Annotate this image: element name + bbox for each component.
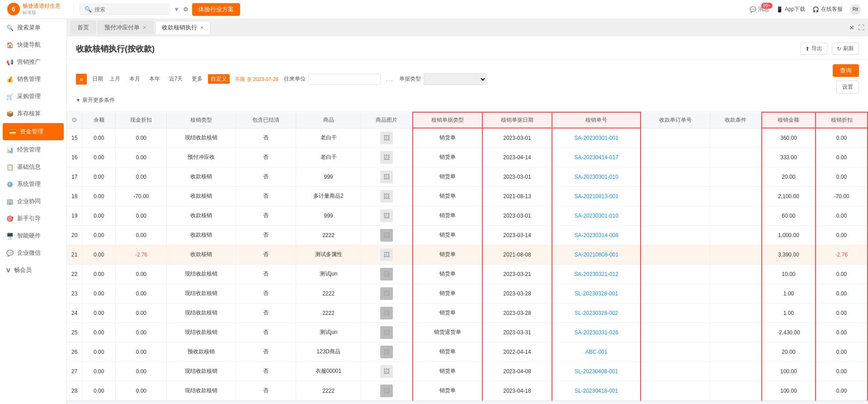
sidebar-item-enterprise[interactable]: 🏢 企业协同 [0,193,66,210]
cell-order-no [641,323,710,342]
date-btn-more[interactable]: 更多 [188,74,206,84]
th-writeoff-type: 核销类型 [167,112,236,128]
cell-row-id: 21 [67,245,82,264]
doc-no-link[interactable]: SA-20230301-010 [574,213,618,219]
cell-settled: 否 [236,284,296,303]
product-image-placeholder: 🖼 [380,132,393,144]
message-button[interactable]: 💬 消息 99+ [750,5,769,13]
doc-no-link[interactable]: SA-20210813-001 [574,193,618,200]
cell-doc-date: 2021-08-08 [482,245,552,264]
tab-receipt[interactable]: 收款核销执行 ✕ [155,21,211,34]
doc-no-link[interactable]: SA-20230314-008 [574,232,618,238]
sidebar-item-hardware[interactable]: 🖥️ 智能硬件 [0,227,66,244]
cell-cash-discount: -2.76 [116,245,167,264]
cell-discount: 0.00 [816,303,868,323]
doc-no-link[interactable]: SA-20230301-010 [574,174,618,180]
industry-button[interactable]: 体验行业方案 [192,3,240,16]
sidebar-item-guide[interactable]: 🎯 新手引导 [0,210,66,227]
tab-home[interactable]: 首页 [71,21,96,34]
date-btn-this-month[interactable]: 本月 [126,74,144,84]
sidebar-item-purchase[interactable]: 🛒 采购管理 [0,88,66,105]
sidebar-item-inventory[interactable]: 📦 库存核算 [0,105,66,122]
table-row: 17 0.00 0.00 收款核销 否 999 🖼 销货单 2023-03-01… [67,167,868,186]
doc-no-link[interactable]: SA-20230414-017 [574,154,618,161]
search-input[interactable] [94,6,158,13]
gear-icon[interactable]: ⚙ [183,6,189,13]
sidebar-item-sales[interactable]: 💰 销售管理 [0,71,66,88]
tab-close-button[interactable]: ✕ [849,24,854,31]
filter-date: 日期 上月 本月 本年 近7天 更多 自定义 [92,74,230,84]
cell-balance: 0.00 [82,128,116,147]
avatar[interactable]: Rit [850,4,861,15]
setting-button[interactable]: 设置 [836,81,859,94]
doc-no-link[interactable]: SL-20230408-001 [575,368,618,375]
cell-doc-type: 销货单 [413,206,482,225]
sidebar-item-label: 智能硬件 [17,232,41,240]
doc-no-link[interactable]: SA-20230321-012 [574,271,618,277]
sidebar-item-basic[interactable]: 📋 基础信息 [0,158,66,176]
doc-no-link[interactable]: SA-20230331-026 [574,329,618,336]
th-receipt-condition: 收款条件 [710,112,762,128]
expand-arrow-icon: ▼ [76,98,80,103]
cell-product-img: 🖼 [361,323,412,342]
date-btn-this-year[interactable]: 本年 [146,74,164,84]
tab-prepay[interactable]: 预付冲应付单 ✕ [98,21,153,34]
doc-no-link[interactable]: SA-20230301-001 [574,135,618,141]
cell-doc-no: SA-20210808-001 [552,245,641,264]
customer-service-button[interactable]: 🎧 在线客服 [812,5,843,13]
sidebar-item-search[interactable]: 🔍 搜索菜单 [0,19,66,36]
dropdown-arrow-icon[interactable]: ▼ [174,6,179,13]
column-settings-icon[interactable]: ⚙ [71,116,77,124]
sidebar-item-funds[interactable]: 💳 资金管理 [3,123,64,140]
product-image-placeholder: 🖼 [380,151,393,164]
doc-type-select[interactable] [424,73,487,85]
date-btn-7days[interactable]: 近7天 [165,74,187,84]
doc-no-link[interactable]: SL-20230418-001 [575,388,618,394]
cell-amount: 2,100.00 [762,186,816,206]
date-buttons: 上月 本月 本年 近7天 更多 自定义 [106,74,230,84]
tab-receipt-label: 收款核销执行 [162,24,197,32]
cell-product-img: 🖼 [361,342,412,361]
cell-product: 2222 [296,303,361,323]
query-button[interactable]: 查询 [833,64,859,77]
operations-icon: 📊 [6,147,14,153]
cell-cash-discount: -70.00 [116,186,167,206]
table-header-row: ⚙ 余额 现金折扣 核销类型 包含已结清 商品 商品图片 核销单据类型 核销单据… [67,112,868,128]
tab-prepay-close[interactable]: ✕ [142,25,146,31]
filter-collapse-btn[interactable]: » [76,74,87,85]
doc-no-link[interactable]: SL-20230328-001 [575,290,618,297]
cell-writeoff-type: 预付冲应收 [167,147,236,167]
export-button[interactable]: ⬆ 导出 [800,43,827,55]
cell-doc-date: 2023-03-21 [482,264,552,284]
date-btn-custom[interactable]: 自定义 [208,74,230,84]
search-box[interactable]: 🔍 [80,4,170,15]
tab-fullscreen-button[interactable]: ⛶ [858,24,864,31]
cell-order-no [641,381,710,400]
sidebar-item-marketing[interactable]: 📢 营销推广 [0,53,66,71]
cell-writeoff-type: 收款核销 [167,225,236,245]
doc-no-link[interactable]: SL-20230328-002 [575,310,618,316]
sidebar-item-system[interactable]: ⚙️ 系统管理 [0,176,66,193]
doc-no-link[interactable]: SA-20210808-001 [574,252,618,258]
sidebar-item-wechat[interactable]: 💬 企业微信 [0,244,66,261]
partner-input[interactable] [308,74,381,85]
th-settings[interactable]: ⚙ [67,112,82,128]
th-cash-discount: 现金折扣 [116,112,167,128]
date-btn-last-month[interactable]: 上月 [106,74,124,84]
cell-doc-date: 2021-08-13 [482,186,552,206]
sidebar-item-member[interactable]: V 畅会员 [0,261,66,279]
cell-settled: 否 [236,206,296,225]
refresh-button[interactable]: ↻ 刷新 [832,43,859,55]
cell-doc-no: ABC-001 [552,342,641,361]
sidebar-item-operations[interactable]: 📊 经营管理 [0,141,66,158]
app-download-button[interactable]: 📱 App下载 [776,5,805,13]
cell-condition [710,361,762,381]
filter-expand-btn[interactable]: ▼ 展开更多条件 [76,94,859,107]
cell-amount: 10.00 [762,264,816,284]
cell-condition [710,147,762,167]
doc-no-link[interactable]: ABC-001 [585,349,608,355]
cell-cash-discount: 0.00 [116,361,167,381]
sidebar-item-nav[interactable]: 🏠 快捷导航 [0,36,66,53]
sidebar-item-label: 搜索菜单 [17,24,41,32]
tab-receipt-close[interactable]: ✕ [200,25,204,31]
